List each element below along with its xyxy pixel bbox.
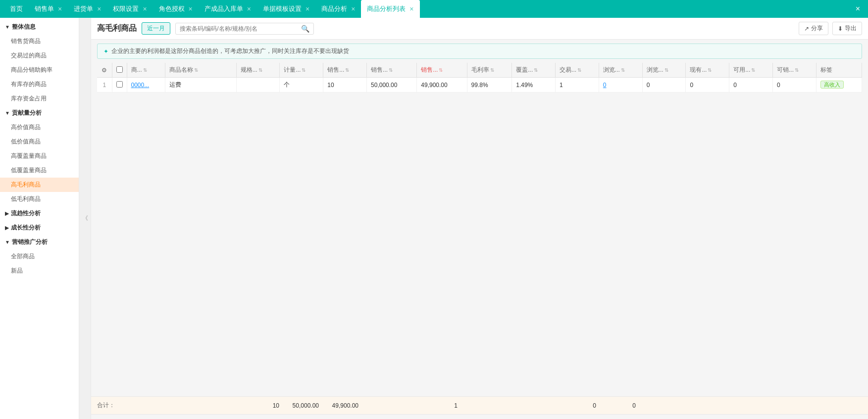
th-spec[interactable]: 规格...⇅ xyxy=(236,63,280,78)
close-icon[interactable]: × xyxy=(189,5,193,13)
footer-total-bar: 合计： 10 50,000.00 49,900.00 1 0 0 xyxy=(91,396,868,414)
sidebar-item-low-value[interactable]: 低价值商品 xyxy=(0,135,79,149)
share-icon: ↗ xyxy=(804,25,809,32)
row-checkbox[interactable] xyxy=(116,81,123,88)
close-icon[interactable]: × xyxy=(306,5,309,13)
sidebar-item-low-coverage[interactable]: 低覆盖量商品 xyxy=(0,163,79,178)
sidebar-item-distribution-rate[interactable]: 商品分销助购率 xyxy=(0,63,79,77)
sidebar-collapse-button[interactable]: 《 xyxy=(79,18,91,419)
nav-role-auth[interactable]: 角色授权 × xyxy=(153,0,199,18)
info-banner: ✦ 企业的主要的利润都是这部分商品创造的，可考虑加大推广，同时关注库存是不要出现… xyxy=(97,44,862,59)
sidebar-section-marketing[interactable]: ▼ 营销推广分析 xyxy=(0,235,79,249)
footer-trade-val: 1 xyxy=(422,402,461,409)
sidebar-section-growth[interactable]: ▶ 成长性分析 xyxy=(0,221,79,235)
td-sale3: 49,900.00 xyxy=(417,78,467,93)
header-actions: ↗ 分享 ⬇ 导出 xyxy=(799,22,862,35)
chevron-down-icon: ▼ xyxy=(5,24,10,30)
td-spec xyxy=(236,78,280,93)
th-sale3[interactable]: 销售...⇅ xyxy=(417,63,467,78)
td-coverage: 1.49% xyxy=(512,78,556,93)
td-name: 运费 xyxy=(165,78,236,93)
th-code[interactable]: 商...⇅ xyxy=(127,63,165,78)
footer-available-val: 0 xyxy=(600,402,640,409)
sidebar-section-trend[interactable]: ▶ 流趋性分析 xyxy=(0,206,79,221)
select-all-checkbox[interactable] xyxy=(116,66,123,73)
chevron-left-icon: 《 xyxy=(82,214,88,223)
th-current[interactable]: 现有...⇅ xyxy=(686,63,729,78)
footer-sale3-val: 49,900.00 xyxy=(323,402,362,409)
nav-product-analysis-list[interactable]: 商品分析列表 × xyxy=(361,0,419,18)
nav-permission-settings[interactable]: 权限设置 × xyxy=(107,0,153,18)
footer-empty2 xyxy=(461,402,521,409)
td-browse1[interactable]: 0 xyxy=(599,78,642,93)
horizontal-scrollbar[interactable] xyxy=(91,414,868,419)
th-available[interactable]: 可用...⇅ xyxy=(729,63,773,78)
th-tag[interactable]: 标签 xyxy=(816,63,862,78)
th-browse2[interactable]: 浏览...⇅ xyxy=(642,63,686,78)
td-trade: 1 xyxy=(556,78,599,93)
td-code[interactable]: 0000... xyxy=(127,78,165,93)
close-icon[interactable]: × xyxy=(97,5,101,13)
th-settings[interactable]: ⚙ xyxy=(97,63,112,78)
nav-home[interactable]: 首页 xyxy=(4,0,29,18)
nav-product-analysis[interactable]: 商品分析 × xyxy=(315,0,361,18)
td-saleable: 0 xyxy=(773,78,817,93)
close-icon[interactable]: × xyxy=(409,5,413,13)
search-box: 🔍 xyxy=(175,23,314,35)
top-navigation: 首页 销售单 × 进货单 × 权限设置 × 角色授权 × 产成品入库单 × 单据… xyxy=(0,0,868,18)
search-icon[interactable]: 🔍 xyxy=(301,25,309,33)
nav-product-inbound[interactable]: 产成品入库单 × xyxy=(199,0,257,18)
table-row: 1 0000... 运费 个 10 50,000.00 49,900.00 99… xyxy=(97,78,862,93)
sidebar-item-high-margin[interactable]: 高毛利商品 xyxy=(0,178,79,192)
close-icon[interactable]: × xyxy=(351,5,355,13)
th-saleable[interactable]: 可销...⇅ xyxy=(773,63,817,78)
close-all-icon[interactable]: × xyxy=(852,4,864,13)
td-num: 1 xyxy=(97,78,112,93)
th-name[interactable]: 商品名称⇅ xyxy=(165,63,236,78)
sidebar-item-high-value[interactable]: 高价值商品 xyxy=(0,120,79,135)
sidebar-item-in-stock[interactable]: 有库存的商品 xyxy=(0,77,79,92)
th-unit[interactable]: 计量...⇅ xyxy=(280,63,323,78)
td-current: 0 xyxy=(686,78,729,93)
close-icon[interactable]: × xyxy=(247,5,251,13)
sidebar-section-overall[interactable]: ▼ 整体信息 xyxy=(0,20,79,34)
nav-template-settings[interactable]: 单据模板设置 × xyxy=(257,0,315,18)
sidebar-item-all-products[interactable]: 全部商品 xyxy=(0,249,79,264)
table-wrapper[interactable]: ⚙ 商...⇅ 商品名称⇅ 规格...⇅ 计量...⇅ 销售...⇅ 销售...… xyxy=(91,63,868,396)
sidebar-item-sale-products[interactable]: 销售货商品 xyxy=(0,34,79,48)
th-gross-rate[interactable]: 毛利率⇅ xyxy=(467,63,512,78)
nav-sales-order[interactable]: 销售单 × xyxy=(29,0,68,18)
sidebar-section-contribution[interactable]: ▼ 贡献量分析 xyxy=(0,106,79,120)
content-header: 高毛利商品 近一月 🔍 ↗ 分享 ⬇ 导出 xyxy=(91,18,868,40)
td-gross-rate: 99.8% xyxy=(467,78,512,93)
sidebar-item-traded-products[interactable]: 交易过的商品 xyxy=(0,48,79,63)
sidebar-item-new-products[interactable]: 新品 xyxy=(0,264,79,278)
sidebar-item-high-coverage[interactable]: 高覆盖量商品 xyxy=(0,149,79,163)
table-header-row: ⚙ 商...⇅ 商品名称⇅ 规格...⇅ 计量...⇅ 销售...⇅ 销售...… xyxy=(97,63,862,78)
th-checkbox xyxy=(112,63,127,78)
th-browse1[interactable]: 浏览...⇅ xyxy=(599,63,642,78)
td-checkbox[interactable] xyxy=(112,78,127,93)
td-browse2: 0 xyxy=(642,78,686,93)
filter-recent-month-button[interactable]: 近一月 xyxy=(142,22,170,35)
th-sale1[interactable]: 销售...⇅ xyxy=(323,63,367,78)
export-button[interactable]: ⬇ 导出 xyxy=(832,22,862,35)
search-input[interactable] xyxy=(180,25,301,32)
chevron-down-icon: ▼ xyxy=(5,110,10,116)
th-sale2[interactable]: 销售...⇅ xyxy=(367,63,417,78)
product-table: ⚙ 商...⇅ 商品名称⇅ 规格...⇅ 计量...⇅ 销售...⇅ 销售...… xyxy=(97,63,862,93)
td-sale1: 10 xyxy=(323,78,367,93)
chevron-right-icon: ▶ xyxy=(5,211,9,216)
th-coverage[interactable]: 覆盖...⇅ xyxy=(512,63,556,78)
th-trade[interactable]: 交易...⇅ xyxy=(556,63,599,78)
sidebar-item-low-margin[interactable]: 低毛利商品 xyxy=(0,192,79,206)
td-available: 0 xyxy=(729,78,773,93)
close-icon[interactable]: × xyxy=(143,5,147,13)
chevron-down-icon: ▼ xyxy=(5,239,10,245)
nav-purchase-order[interactable]: 进货单 × xyxy=(68,0,107,18)
td-unit: 个 xyxy=(280,78,323,93)
sidebar-item-stock-funds[interactable]: 库存资金占用 xyxy=(0,92,79,106)
close-icon[interactable]: × xyxy=(58,5,62,13)
share-button[interactable]: ↗ 分享 xyxy=(799,22,828,35)
footer-sale2-val: 50,000.00 xyxy=(283,402,323,409)
